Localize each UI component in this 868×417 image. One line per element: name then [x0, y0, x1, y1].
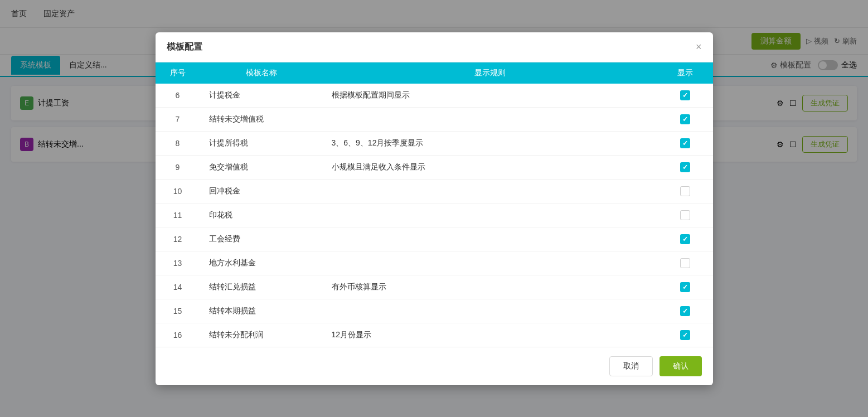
row-rule: 小规模且满足收入条件显示: [323, 155, 657, 179]
row-checkbox-cell: [657, 323, 713, 347]
row-rule: 3、6、9、12月按季度显示: [323, 131, 657, 155]
row-checkbox-cell: [657, 275, 713, 299]
row-rule: 有外币核算显示: [323, 275, 657, 299]
row-id: 7: [156, 107, 200, 131]
table-header: 序号 模板名称 显示规则 显示: [156, 62, 713, 84]
row-id: 15: [156, 299, 200, 323]
table-row: 9免交增值税小规模且满足收入条件显示: [156, 155, 713, 179]
row-id: 12: [156, 227, 200, 251]
row-name: 结转未交增值税: [200, 107, 323, 131]
confirm-button[interactable]: 确认: [660, 356, 702, 376]
row-name: 结转汇兑损益: [200, 275, 323, 299]
row-name: 回冲税金: [200, 179, 323, 203]
row-name: 计提所得税: [200, 131, 323, 155]
row-id: 11: [156, 203, 200, 227]
table-row: 14结转汇兑损益有外币核算显示: [156, 275, 713, 299]
table-row: 13地方水利基金: [156, 251, 713, 275]
row-name: 工会经费: [200, 227, 323, 251]
row-checkbox-cell: [657, 251, 713, 275]
row-id: 8: [156, 131, 200, 155]
modal-footer: 取消 确认: [156, 347, 713, 385]
table-row: 16结转未分配利润12月份显示: [156, 323, 713, 347]
row-rule: [323, 251, 657, 275]
checkbox-checked[interactable]: [680, 162, 690, 172]
modal-overlay: 模板配置 × 序号 模板名称 显示规则 显示 6计提税金根据模板配置期间显示7结…: [0, 0, 868, 417]
col-header-display: 显示: [657, 62, 713, 84]
checkbox-unchecked[interactable]: [680, 258, 690, 268]
col-header-id: 序号: [156, 62, 200, 84]
table-row: 12工会经费: [156, 227, 713, 251]
row-checkbox-cell: [657, 179, 713, 203]
row-checkbox-cell: [657, 131, 713, 155]
table-row: 11印花税: [156, 203, 713, 227]
checkbox-unchecked[interactable]: [680, 186, 690, 196]
table-row: 8计提所得税3、6、9、12月按季度显示: [156, 131, 713, 155]
row-id: 13: [156, 251, 200, 275]
table-row: 6计提税金根据模板配置期间显示: [156, 84, 713, 108]
row-rule: 根据模板配置期间显示: [323, 84, 657, 108]
row-rule: 12月份显示: [323, 323, 657, 347]
cancel-button[interactable]: 取消: [609, 356, 653, 376]
row-checkbox-cell: [657, 203, 713, 227]
row-id: 10: [156, 179, 200, 203]
row-id: 9: [156, 155, 200, 179]
checkbox-unchecked[interactable]: [680, 210, 690, 220]
table-row: 10回冲税金: [156, 179, 713, 203]
checkbox-checked[interactable]: [680, 282, 690, 292]
row-checkbox-cell: [657, 299, 713, 323]
row-checkbox-cell: [657, 84, 713, 108]
row-id: 16: [156, 323, 200, 347]
modal-close-button[interactable]: ×: [696, 41, 702, 53]
col-header-name: 模板名称: [200, 62, 323, 84]
row-name: 结转本期损益: [200, 299, 323, 323]
row-checkbox-cell: [657, 227, 713, 251]
row-id: 6: [156, 84, 200, 108]
checkbox-checked[interactable]: [680, 90, 690, 100]
table-row: 15结转本期损益: [156, 299, 713, 323]
row-name: 免交增值税: [200, 155, 323, 179]
config-table: 序号 模板名称 显示规则 显示 6计提税金根据模板配置期间显示7结转未交增值税8…: [156, 62, 713, 347]
row-checkbox-cell: [657, 155, 713, 179]
col-header-rule: 显示规则: [323, 62, 657, 84]
row-rule: [323, 203, 657, 227]
row-checkbox-cell: [657, 107, 713, 131]
row-name: 印花税: [200, 203, 323, 227]
row-rule: [323, 179, 657, 203]
modal-body: 序号 模板名称 显示规则 显示 6计提税金根据模板配置期间显示7结转未交增值税8…: [156, 62, 713, 347]
table-body: 6计提税金根据模板配置期间显示7结转未交增值税8计提所得税3、6、9、12月按季…: [156, 84, 713, 347]
modal-title: 模板配置: [167, 41, 202, 53]
modal-template-config: 模板配置 × 序号 模板名称 显示规则 显示 6计提税金根据模板配置期间显示7结…: [156, 32, 713, 385]
row-name: 计提税金: [200, 84, 323, 108]
modal-header: 模板配置 ×: [156, 32, 713, 62]
checkbox-checked[interactable]: [680, 138, 690, 148]
checkbox-checked[interactable]: [680, 306, 690, 316]
row-rule: [323, 299, 657, 323]
row-rule: [323, 107, 657, 131]
row-rule: [323, 227, 657, 251]
checkbox-checked[interactable]: [680, 330, 690, 340]
row-name: 结转未分配利润: [200, 323, 323, 347]
row-name: 地方水利基金: [200, 251, 323, 275]
checkbox-checked[interactable]: [680, 114, 690, 124]
table-row: 7结转未交增值税: [156, 107, 713, 131]
checkbox-checked[interactable]: [680, 234, 690, 244]
row-id: 14: [156, 275, 200, 299]
